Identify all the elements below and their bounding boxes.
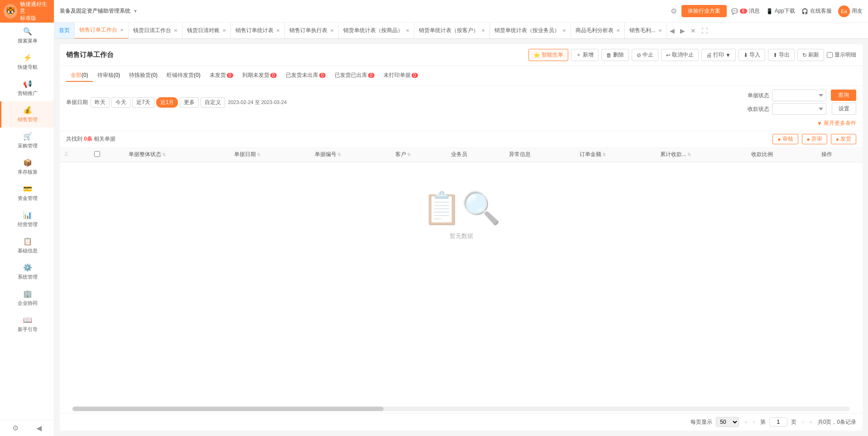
subtab-unprinted[interactable]: 未打印单据0 xyxy=(379,70,422,82)
cancel-stop-button[interactable]: ↩ 取消中止 xyxy=(661,49,699,61)
tab-close-reconcile[interactable]: ✕ xyxy=(222,28,226,33)
subtab-shipped-out[interactable]: 已发货已出库0 xyxy=(330,70,379,82)
tabs-bar: 首页 销售订单工作台 ✕ 钱货日清工作台 ✕ 钱货日清对账 ✕ 销售订单统计表 … xyxy=(54,23,868,39)
ship-btn[interactable]: ● 发货 xyxy=(831,134,856,144)
subtab-shipped-not-out[interactable]: 已发货未出库0 xyxy=(281,70,330,82)
audit-btn[interactable]: ● 审核 xyxy=(772,134,798,144)
collection-sort-icon[interactable]: ⇅ xyxy=(687,152,691,157)
tab-close-sales-margin[interactable]: ✕ xyxy=(658,28,662,33)
tab-goods-stats[interactable]: 销货单统计表（按商品） ✕ xyxy=(339,23,414,39)
show-detail-input[interactable] xyxy=(827,52,833,58)
online-service-button[interactable]: 🎧 在线客服 xyxy=(801,7,832,15)
tabs-prev-btn[interactable]: ◀ xyxy=(667,27,677,34)
tab-sales-order[interactable]: 销售订单工作台 ✕ xyxy=(75,23,129,39)
sidebar-item-quick-nav[interactable]: ⚡ 快捷导航 xyxy=(0,49,54,75)
sidebar-item-marketing[interactable]: 📢 营销推广 xyxy=(0,75,54,101)
expand-icon: ▼ xyxy=(817,120,822,127)
select-all-checkbox[interactable] xyxy=(94,151,100,157)
sidebar-item-inventory[interactable]: 📦 库存核算 xyxy=(0,154,54,180)
tab-close-customer-stats[interactable]: ✕ xyxy=(481,28,485,33)
set-button[interactable]: 设置 xyxy=(832,103,856,115)
tab-staff-stats[interactable]: 销货单统计表（按业务员） ✕ xyxy=(490,23,571,39)
subtab-pending-audit[interactable]: 待审核(0) xyxy=(93,70,125,82)
topbar-gear-icon[interactable]: ⚙ xyxy=(671,7,677,15)
status-sort-icon[interactable]: ⇅ xyxy=(162,152,166,157)
sidebar-item-sales[interactable]: 💰 销售管理 xyxy=(0,101,54,128)
tabs-next-btn[interactable]: ▶ xyxy=(677,27,688,34)
sidebar-item-enterprise[interactable]: 🏢 企业协同 xyxy=(0,285,54,311)
page-prev-btn[interactable]: ‹ xyxy=(751,418,757,426)
tab-close-staff-stats[interactable]: ✕ xyxy=(562,28,566,33)
tab-order-stats[interactable]: 销售订单统计表 ✕ xyxy=(231,23,285,39)
settings-icon[interactable]: ⚙ xyxy=(12,424,19,432)
subtab-overdue-ship[interactable]: 到期未发货0 xyxy=(238,70,281,82)
subtab-all[interactable]: 全部(0) xyxy=(66,70,93,82)
show-detail-checkbox[interactable]: 显示明细 xyxy=(827,51,856,59)
sidebar-item-operations[interactable]: 📊 经营管理 xyxy=(0,206,54,232)
smart-create-button[interactable]: ⭐ 智能生单 xyxy=(528,49,568,61)
horizontal-scrollbar[interactable] xyxy=(72,407,850,411)
amount-sort-icon[interactable]: ⇅ xyxy=(602,152,606,157)
print-button[interactable]: 🖨 打印 ▼ xyxy=(701,49,736,61)
sidebar-item-search[interactable]: 🔍 搜索菜单 xyxy=(0,23,54,49)
per-page-select[interactable]: 50 100 xyxy=(716,417,739,427)
page-input[interactable] xyxy=(769,417,787,427)
system-dropdown-arrow[interactable]: ▼ xyxy=(133,9,138,14)
import-button[interactable]: ⬇ 导入 xyxy=(739,49,765,61)
sidebar-item-purchase[interactable]: 🛒 采购管理 xyxy=(0,128,54,154)
unaudit-btn[interactable]: ● 弃审 xyxy=(802,134,827,144)
tab-margin-analysis[interactable]: 商品毛利分析表 ✕ xyxy=(571,23,625,39)
collapse-icon[interactable]: ◀ xyxy=(36,424,42,432)
export-button[interactable]: ⬆ 导出 xyxy=(768,49,795,61)
scroll-thumb[interactable] xyxy=(72,407,384,411)
sidebar-item-system[interactable]: ⚙️ 系统管理 xyxy=(0,259,54,285)
delete-button[interactable]: 🗑 删除 xyxy=(601,49,629,61)
customer-sort-icon[interactable]: ⇅ xyxy=(407,152,411,157)
date-today-btn[interactable]: 今天 xyxy=(111,97,130,108)
tabs-close-btn[interactable]: ✕ xyxy=(688,27,699,34)
subtab-wangpu-ship[interactable]: 旺铺待发货(0) xyxy=(162,70,205,82)
tabs-expand-btn[interactable]: ⛶ xyxy=(699,27,710,34)
tab-close-order-stats[interactable]: ✕ xyxy=(276,28,280,33)
page-last-btn[interactable]: » xyxy=(807,418,814,426)
industry-solution-button[interactable]: 体验行业方案 xyxy=(681,5,727,17)
date-more-btn[interactable]: 更多 xyxy=(180,97,199,108)
query-button[interactable]: 查询 xyxy=(831,90,856,101)
user-area[interactable]: Ea 用友 xyxy=(838,5,863,17)
tab-reconcile[interactable]: 钱货日清对账 ✕ xyxy=(182,23,231,39)
sidebar-item-finance[interactable]: 💳 资金管理 xyxy=(0,180,54,206)
date-yesterday-btn[interactable]: 昨天 xyxy=(91,97,110,108)
tab-customer-stats[interactable]: 销货单统计表（按客户） ✕ xyxy=(414,23,490,39)
lightning-icon: ⚡ xyxy=(23,53,32,62)
pagination-bar: 每页显示 50 100 « ‹ 第 页 › » 共0页，0条记录 xyxy=(60,413,863,431)
subtab-pending-check[interactable]: 待拣验货(0) xyxy=(125,70,162,82)
tab-close-sales-order[interactable]: ✕ xyxy=(120,28,124,33)
tab-close-order-exec[interactable]: ✕ xyxy=(330,28,334,33)
message-button[interactable]: 💬 6 消息 xyxy=(731,7,760,15)
subtab-unshipped[interactable]: 未发货0 xyxy=(205,70,238,82)
date-sort-icon[interactable]: ⇅ xyxy=(257,152,260,157)
date-1month-btn[interactable]: 近1月 xyxy=(156,97,178,108)
tab-close-daily-clear[interactable]: ✕ xyxy=(174,28,177,33)
tab-sales-margin[interactable]: 销售毛利... ✕ xyxy=(625,23,667,39)
tab-close-goods-stats[interactable]: ✕ xyxy=(406,28,409,33)
sidebar-item-basic-info[interactable]: 📋 基础信息 xyxy=(0,232,54,259)
refresh-button[interactable]: ↻ 刷新 xyxy=(797,49,824,61)
stop-button[interactable]: ⊘ 中止 xyxy=(632,49,658,61)
date-7days-btn[interactable]: 近7天 xyxy=(132,97,154,108)
status-select[interactable] xyxy=(772,90,826,101)
new-button[interactable]: ＋ 新增 xyxy=(571,49,599,61)
sidebar-item-guide[interactable]: 📖 新手引导 xyxy=(0,311,54,337)
tab-close-margin-analysis[interactable]: ✕ xyxy=(616,28,620,33)
tab-order-exec[interactable]: 销售订单执行表 ✕ xyxy=(285,23,339,39)
col-collection: 累计收款...⇅ xyxy=(656,147,747,162)
date-custom-btn[interactable]: 自定义 xyxy=(201,97,225,108)
page-first-btn[interactable]: « xyxy=(743,418,749,426)
payment-select[interactable] xyxy=(772,103,826,115)
number-sort-icon[interactable]: ⇅ xyxy=(337,152,341,157)
page-next-btn[interactable]: › xyxy=(800,418,806,426)
tab-home[interactable]: 首页 xyxy=(54,23,75,39)
app-download-button[interactable]: 📱 App下载 xyxy=(766,7,795,15)
tab-daily-clear[interactable]: 钱货日清工作台 ✕ xyxy=(129,23,182,39)
expand-conditions-btn[interactable]: ▼ 展开更多条件 xyxy=(817,119,856,127)
